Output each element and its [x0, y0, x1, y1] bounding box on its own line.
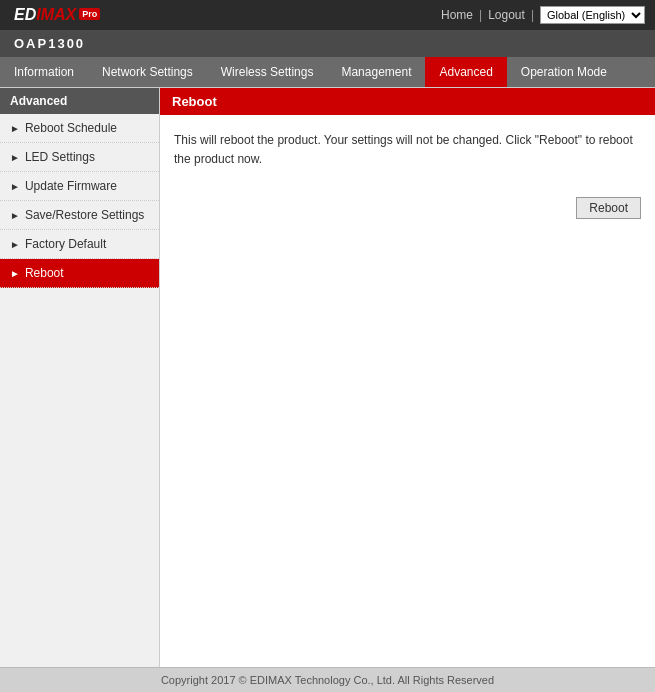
arrow-icon: ►	[10, 268, 20, 279]
sidebar-label-reboot-schedule: Reboot Schedule	[25, 121, 117, 135]
logo-area: EDIMAX Pro	[10, 4, 104, 26]
arrow-icon: ►	[10, 152, 20, 163]
sidebar-item-update-firmware[interactable]: ► Update Firmware	[0, 172, 159, 201]
sidebar-item-reboot-schedule[interactable]: ► Reboot Schedule	[0, 114, 159, 143]
arrow-icon: ►	[10, 210, 20, 221]
sidebar: Advanced ► Reboot Schedule ► LED Setting…	[0, 88, 160, 667]
sidebar-item-led-settings[interactable]: ► LED Settings	[0, 143, 159, 172]
reboot-button-row: Reboot	[160, 197, 655, 233]
footer: Copyright 2017 © EDIMAX Technology Co., …	[0, 667, 655, 692]
sidebar-item-factory-default[interactable]: ► Factory Default	[0, 230, 159, 259]
nav-advanced[interactable]: Advanced	[425, 57, 506, 87]
arrow-icon: ►	[10, 181, 20, 192]
nav-wireless[interactable]: Wireless Settings	[207, 57, 328, 87]
main-layout: Advanced ► Reboot Schedule ► LED Setting…	[0, 87, 655, 667]
nav-management[interactable]: Management	[327, 57, 425, 87]
nav-network[interactable]: Network Settings	[88, 57, 207, 87]
device-model: OAP1300	[14, 36, 85, 51]
home-link[interactable]: Home	[441, 8, 473, 22]
top-bar: EDIMAX Pro Home | Logout | Global (Engli…	[0, 0, 655, 30]
top-bar-links: Home | Logout | Global (English) Chinese…	[441, 6, 645, 24]
content-area: Reboot This will reboot the product. You…	[160, 88, 655, 667]
sidebar-label-save-restore: Save/Restore Settings	[25, 208, 144, 222]
sidebar-label-factory-default: Factory Default	[25, 237, 106, 251]
reboot-message: This will reboot the product. Your setti…	[174, 131, 641, 169]
nav-operation[interactable]: Operation Mode	[507, 57, 621, 87]
content-body: This will reboot the product. Your setti…	[160, 115, 655, 197]
sidebar-header: Advanced	[0, 88, 159, 114]
logo-pro: Pro	[79, 8, 100, 20]
arrow-icon: ►	[10, 239, 20, 250]
sidebar-label-reboot: Reboot	[25, 266, 64, 280]
logo: EDIMAX Pro	[10, 4, 104, 26]
sidebar-label-led-settings: LED Settings	[25, 150, 95, 164]
nav-information[interactable]: Information	[0, 57, 88, 87]
sidebar-label-update-firmware: Update Firmware	[25, 179, 117, 193]
sep1: |	[479, 8, 482, 22]
arrow-icon: ►	[10, 123, 20, 134]
sidebar-item-reboot[interactable]: ► Reboot	[0, 259, 159, 288]
sep2: |	[531, 8, 534, 22]
content-title: Reboot	[160, 88, 655, 115]
reboot-button[interactable]: Reboot	[576, 197, 641, 219]
logout-link[interactable]: Logout	[488, 8, 525, 22]
language-select[interactable]: Global (English) Chinese French German	[540, 6, 645, 24]
footer-text: Copyright 2017 © EDIMAX Technology Co., …	[161, 674, 494, 686]
nav-bar: Information Network Settings Wireless Se…	[0, 57, 655, 87]
device-bar: OAP1300	[0, 30, 655, 57]
logo-ed: ED	[14, 6, 36, 24]
sidebar-item-save-restore[interactable]: ► Save/Restore Settings	[0, 201, 159, 230]
logo-imax: IMAX	[36, 6, 76, 24]
